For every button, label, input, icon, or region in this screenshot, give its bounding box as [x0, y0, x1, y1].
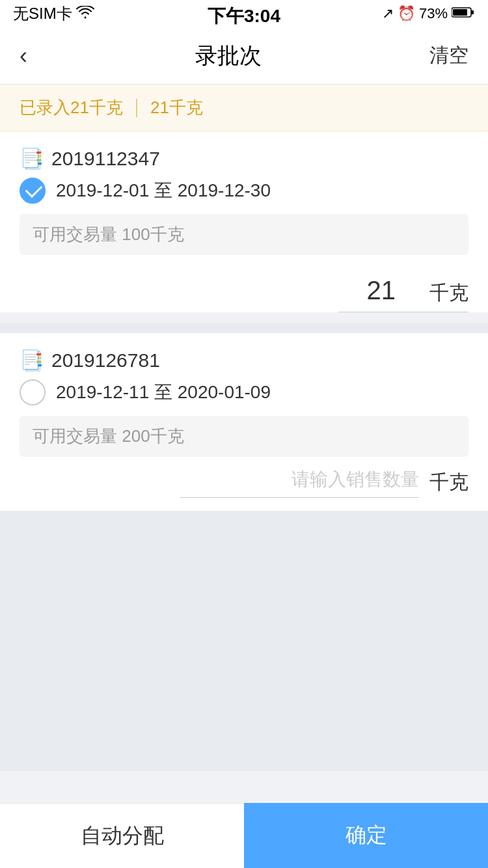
batch-doc-icon-1: 📑: [20, 349, 44, 372]
batch-radio-1[interactable]: [20, 379, 46, 405]
batch-card-0: 📑 2019112347 2019-12-01 至 2019-12-30 可用交…: [0, 131, 488, 312]
batch-input-underline-1: [180, 497, 419, 498]
batch-date-1: 2019-12-11 至 2020-01-09: [56, 380, 271, 405]
batch-header-0: 📑 2019112347: [20, 147, 468, 170]
batch-card-1: 📑 2019126781 2019-12-11 至 2020-01-09 可用交…: [0, 333, 488, 511]
batch-doc-icon-0: 📑: [20, 147, 44, 170]
batch-availability-0: 可用交易量 100千克: [20, 214, 468, 255]
batch-date-row-1: 2019-12-11 至 2020-01-09: [20, 379, 468, 405]
empty-area: [0, 511, 488, 771]
batch-input-unit-1: 千克: [429, 469, 468, 496]
battery-text: 73%: [419, 5, 448, 22]
batch-id-0: 2019112347: [51, 148, 160, 170]
info-entered-value: 21千克: [150, 96, 203, 119]
status-time: 下午3:04: [208, 4, 280, 29]
batch-id-1: 2019126781: [51, 349, 160, 372]
batch-header-1: 📑 2019126781: [20, 349, 468, 372]
status-left: 无SIM卡: [13, 3, 94, 24]
battery-icon: [452, 5, 475, 22]
status-right: ↗ ⏰ 73%: [382, 5, 475, 22]
location-icon: ↗: [382, 5, 394, 22]
card-separator: [0, 323, 488, 333]
batch-qty-number-0: 21: [367, 276, 396, 305]
nav-bar: ‹ 录批次 清空: [0, 27, 488, 85]
info-divider: [136, 99, 137, 117]
batch-date-0: 2019-12-01 至 2019-12-30: [56, 178, 271, 203]
clear-button[interactable]: 清空: [429, 42, 468, 69]
back-button[interactable]: ‹: [20, 42, 27, 70]
batch-date-row-0: 2019-12-01 至 2019-12-30: [20, 178, 468, 204]
batch-availability-1: 可用交易量 200千克: [20, 416, 468, 457]
alarm-icon: ⏰: [398, 5, 415, 22]
svg-rect-1: [471, 10, 474, 14]
batch-qty-row-0: 21 千克: [20, 265, 468, 312]
page-title: 录批次: [195, 41, 262, 71]
bottom-bar: 自动分配 确定: [0, 803, 488, 868]
svg-rect-2: [453, 9, 467, 16]
batch-input-row-1: 请输入销售数量 千克: [20, 467, 468, 511]
batch-radio-0[interactable]: [20, 178, 46, 204]
batch-input-container-1: 请输入销售数量: [20, 467, 419, 498]
status-bar: 无SIM卡 下午3:04 ↗ ⏰ 73%: [0, 0, 488, 27]
batch-qty-underline-0: [338, 312, 468, 312]
info-entered-label: 已录入21千克: [20, 96, 123, 119]
confirm-button[interactable]: 确定: [244, 803, 488, 868]
auto-distribute-button[interactable]: 自动分配: [0, 803, 244, 868]
batch-qty-unit-0: 千克: [429, 280, 468, 306]
info-banner: 已录入21千克 21千克: [0, 85, 488, 131]
wifi-icon: [76, 5, 94, 23]
batch-input-placeholder-1[interactable]: 请输入销售数量: [20, 467, 419, 492]
sim-text: 无SIM卡: [13, 3, 72, 24]
